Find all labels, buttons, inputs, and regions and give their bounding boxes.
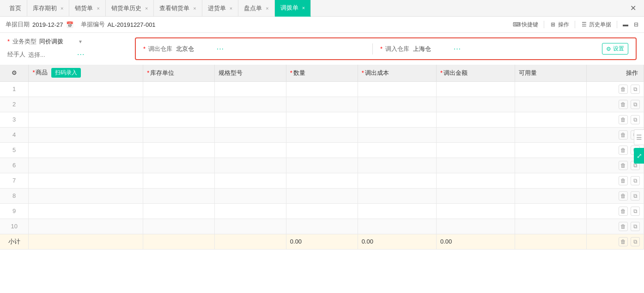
cell-product[interactable] — [29, 173, 143, 188]
cell-product[interactable] — [29, 112, 143, 127]
cell-cost[interactable]: 0.00 — [358, 234, 436, 249]
delete-row-button[interactable]: 🗑 — [619, 100, 628, 109]
cell-spec[interactable] — [214, 142, 286, 158]
cell-amount[interactable] — [436, 158, 515, 173]
table-scroll-wrapper[interactable]: ⚙ *商品 扫码录入 *库存单位 规格型号 *数量 *调出成本 *调出金额 可用… — [0, 65, 644, 265]
cell-available[interactable] — [515, 127, 587, 142]
cell-available[interactable] — [515, 142, 587, 158]
cell-cost[interactable] — [358, 203, 436, 219]
cell-unit[interactable] — [143, 219, 215, 234]
cell-qty[interactable] — [286, 97, 358, 112]
cell-amount[interactable] — [436, 142, 515, 158]
tab-close-icon[interactable]: × — [145, 6, 148, 11]
cell-product[interactable] — [29, 219, 143, 234]
cell-unit[interactable] — [143, 203, 215, 219]
delete-row-button[interactable]: 🗑 — [619, 130, 628, 140]
cell-available[interactable] — [515, 188, 587, 203]
tab-close-icon[interactable]: × — [97, 6, 99, 11]
cell-spec[interactable] — [214, 173, 286, 188]
cell-unit[interactable] — [143, 142, 215, 158]
cell-amount[interactable] — [436, 203, 515, 219]
cell-amount[interactable] — [436, 219, 515, 234]
handler-more-icon[interactable]: ··· — [77, 50, 85, 59]
cell-cost[interactable] — [358, 173, 436, 188]
cell-spec[interactable] — [214, 234, 286, 249]
cell-unit[interactable] — [143, 81, 215, 97]
copy-row-button[interactable]: ⧉ — [631, 191, 640, 201]
side-expand-button[interactable]: ⤢ — [634, 148, 644, 164]
layout-btn2[interactable]: ⊟ — [634, 21, 638, 28]
cell-qty[interactable] — [286, 127, 358, 142]
tab-close-icon[interactable]: × — [230, 6, 232, 11]
cell-unit[interactable] — [143, 158, 215, 173]
scan-button[interactable]: 扫码录入 — [51, 68, 81, 78]
cell-product[interactable] — [29, 97, 143, 112]
side-list-button[interactable]: ☰ — [634, 129, 644, 145]
cell-product[interactable] — [29, 142, 143, 158]
copy-row-button[interactable]: ⧉ — [631, 85, 640, 94]
copy-row-button[interactable]: ⧉ — [631, 237, 640, 246]
cell-qty[interactable]: 0.00 — [286, 234, 358, 249]
cell-cost[interactable] — [358, 188, 436, 203]
tab-view-sales[interactable]: 查看销货单 × — [154, 0, 202, 17]
transfer-out-more-icon[interactable]: ··· — [217, 45, 224, 53]
delete-row-button[interactable]: 🗑 — [619, 237, 628, 246]
copy-row-button[interactable]: ⧉ — [631, 207, 640, 216]
cell-spec[interactable] — [214, 158, 286, 173]
transfer-in-value[interactable]: 上海仓 — [413, 45, 450, 53]
tab-close-icon[interactable]: × — [302, 5, 305, 11]
cell-product[interactable] — [29, 158, 143, 173]
cell-cost[interactable] — [358, 142, 436, 158]
delete-row-button[interactable]: 🗑 — [619, 161, 628, 170]
cell-unit[interactable] — [143, 173, 215, 188]
cell-amount[interactable] — [436, 112, 515, 127]
cell-available[interactable] — [515, 234, 587, 249]
th-gear[interactable]: ⚙ — [0, 65, 29, 81]
cell-unit[interactable] — [143, 127, 215, 142]
delete-row-button[interactable]: 🗑 — [619, 222, 628, 231]
cell-qty[interactable] — [286, 81, 358, 97]
cell-spec[interactable] — [214, 81, 286, 97]
cell-cost[interactable] — [358, 81, 436, 97]
tab-close-icon[interactable]: × — [61, 6, 63, 11]
copy-row-button[interactable]: ⧉ — [631, 176, 640, 185]
delete-row-button[interactable]: 🗑 — [619, 146, 628, 155]
tab-home[interactable]: 首页 — [4, 0, 27, 17]
layout-btn1[interactable]: ▬ — [623, 21, 628, 28]
history-button[interactable]: ☰ 历史单据 — [581, 21, 611, 29]
transfer-out-value[interactable]: 北京仓 — [176, 45, 213, 53]
cell-qty[interactable] — [286, 142, 358, 158]
cell-cost[interactable] — [358, 158, 436, 173]
cell-amount[interactable]: 0.00 — [436, 234, 515, 249]
cell-available[interactable] — [515, 97, 587, 112]
cell-unit[interactable] — [143, 97, 215, 112]
transfer-in-more-icon[interactable]: ··· — [454, 45, 461, 53]
copy-row-button[interactable]: ⧉ — [631, 100, 640, 109]
cell-amount[interactable] — [436, 127, 515, 142]
tab-sales-history[interactable]: 销货单历史 × — [106, 0, 154, 17]
cell-available[interactable] — [515, 81, 587, 97]
cell-qty[interactable] — [286, 158, 358, 173]
cell-unit[interactable] — [143, 234, 215, 249]
biz-type-value[interactable]: 同价调拨 — [39, 37, 76, 46]
cell-spec[interactable] — [214, 127, 286, 142]
cell-product[interactable] — [29, 127, 143, 142]
delete-row-button[interactable]: 🗑 — [619, 115, 628, 124]
cell-cost[interactable] — [358, 97, 436, 112]
cell-qty[interactable] — [286, 188, 358, 203]
cell-amount[interactable] — [436, 173, 515, 188]
cell-unit[interactable] — [143, 188, 215, 203]
tab-close-icon[interactable]: × — [266, 6, 268, 11]
delete-row-button[interactable]: 🗑 — [619, 85, 628, 94]
cell-spec[interactable] — [214, 219, 286, 234]
delete-row-button[interactable]: 🗑 — [619, 191, 628, 201]
cell-spec[interactable] — [214, 112, 286, 127]
tab-inventory-init[interactable]: 库存期初 × — [27, 0, 69, 17]
cell-amount[interactable] — [436, 97, 515, 112]
cell-available[interactable] — [515, 112, 587, 127]
cell-product[interactable] — [29, 188, 143, 203]
cell-product[interactable] — [29, 203, 143, 219]
cell-available[interactable] — [515, 203, 587, 219]
cell-available[interactable] — [515, 158, 587, 173]
cell-cost[interactable] — [358, 127, 436, 142]
